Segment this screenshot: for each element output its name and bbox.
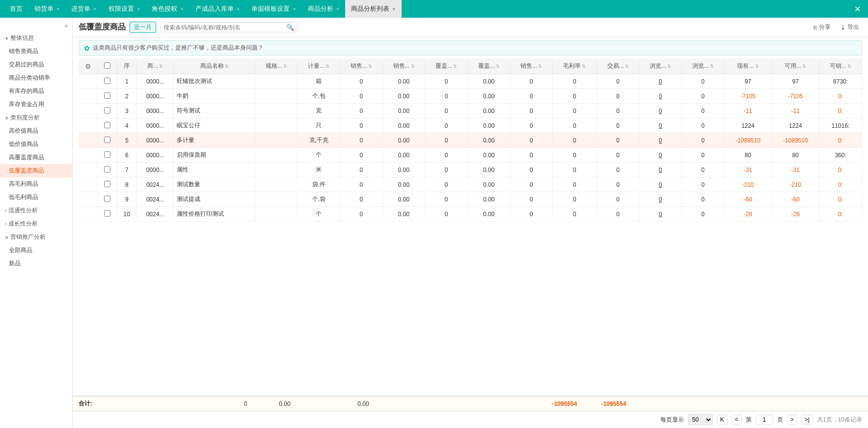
nav-tab-销货单[interactable]: 销货单× bbox=[28, 0, 65, 18]
nav-tab-close-icon[interactable]: × bbox=[56, 6, 59, 12]
column-header-name[interactable]: 商品名称⇅ bbox=[174, 58, 255, 74]
sidebar-item-全部商品[interactable]: 全部商品 bbox=[0, 244, 72, 257]
filter-period-button[interactable]: 近一月 bbox=[130, 22, 156, 33]
column-header-checkbox bbox=[98, 58, 117, 74]
row-checkbox[interactable] bbox=[104, 166, 110, 172]
window-close-button[interactable]: ✕ bbox=[850, 2, 864, 16]
search-box: 🔍 bbox=[160, 22, 298, 32]
sidebar-item-有库存的商品[interactable]: 有库存的商品 bbox=[0, 85, 72, 98]
total-available-stock: -1095554 bbox=[589, 400, 638, 407]
sidebar-section-流通性分析[interactable]: ›流通性分析 bbox=[0, 204, 72, 217]
table-row: 10000...旺辅批次测试箱00.0000.000000097978730: bbox=[79, 74, 862, 89]
column-header-gear[interactable]: ⚙ bbox=[79, 58, 98, 74]
last-page-button[interactable]: >| bbox=[801, 415, 813, 425]
nav-tab-close-icon[interactable]: × bbox=[237, 6, 240, 12]
column-header-current-stock[interactable]: 现有...⇅ bbox=[724, 58, 772, 74]
page-unit: 页 bbox=[777, 416, 783, 424]
sidebar-item-销售类商品[interactable]: 销售类商品 bbox=[0, 45, 72, 58]
current-page-input[interactable] bbox=[756, 415, 773, 425]
sidebar-section-成长性分析[interactable]: ›成长性分析 bbox=[0, 217, 72, 230]
column-header-coverage1[interactable]: 覆盖...⇅ bbox=[425, 58, 468, 74]
sidebar-item-高覆盖度商品[interactable]: 高覆盖度商品 bbox=[0, 151, 72, 164]
column-header-sales-qty[interactable]: 销售...⇅ bbox=[340, 58, 383, 74]
sidebar-item-低覆盖度商品[interactable]: 低覆盖度商品 bbox=[0, 164, 72, 177]
nav-tab-产成品入库单[interactable]: 产成品入库单× bbox=[190, 0, 245, 18]
sidebar-section-类别度分析[interactable]: ∨类别度分析 bbox=[0, 111, 72, 124]
row-checkbox[interactable] bbox=[104, 92, 110, 99]
totals-bar: 合计: 0 0.00 0.00 -1095554 -1095554 bbox=[73, 396, 868, 411]
row-checkbox[interactable] bbox=[104, 181, 110, 187]
row-checkbox[interactable] bbox=[104, 151, 110, 158]
column-header-spec[interactable]: 规格...⇅ bbox=[255, 58, 298, 74]
share-icon: ⎗ bbox=[814, 24, 817, 31]
top-navigation: 首页销货单×进货单×权限设置×角色授权×产成品入库单×单据模板设置×商品分析×商… bbox=[0, 0, 868, 18]
nav-tab-权限设置[interactable]: 权限设置× bbox=[103, 0, 146, 18]
total-records-info: 共1页，10条记录 bbox=[817, 416, 862, 424]
chevron-icon: ∨ bbox=[5, 115, 8, 120]
row-checkbox[interactable] bbox=[104, 78, 110, 84]
row-checkbox[interactable] bbox=[104, 122, 110, 128]
data-table: ⚙ 序 商...⇅ 商品名称⇅ 规格...⇅ 计量...⇅ 销售...⇅ 销售.… bbox=[79, 58, 862, 222]
prev-page-button[interactable]: < bbox=[732, 415, 742, 425]
row-checkbox[interactable] bbox=[104, 210, 110, 217]
sidebar-item-库存资金占用[interactable]: 库存资金占用 bbox=[0, 98, 72, 111]
column-header-saleable[interactable]: 可销...⇅ bbox=[819, 58, 862, 74]
column-header-unit[interactable]: 计量...⇅ bbox=[298, 58, 340, 74]
table-row: 70000...属性米00.0000.0000000-31-310: bbox=[79, 163, 862, 177]
nav-tab-close-icon[interactable]: × bbox=[336, 6, 339, 12]
table-row: 80024...测试数量袋,件00.0000.0000000-210-2100: bbox=[79, 177, 862, 192]
sidebar-item-低价值商品[interactable]: 低价值商品 bbox=[0, 138, 72, 151]
sidebar-item-商品分类动销率[interactable]: 商品分类动销率 bbox=[0, 71, 72, 85]
sidebar-section-整体信息[interactable]: ∨整体信息 bbox=[0, 31, 72, 45]
nav-tab-close-icon[interactable]: × bbox=[93, 6, 96, 12]
search-input[interactable] bbox=[163, 24, 286, 31]
share-button[interactable]: ⎗ 分享 bbox=[811, 22, 834, 33]
nav-tab-商品分析[interactable]: 商品分析× bbox=[302, 0, 345, 18]
column-header-sales-amount[interactable]: 销售...⇅ bbox=[382, 58, 425, 74]
table-row: 90024...测试提成个,袋00.0000.0000000-60-600: bbox=[79, 192, 862, 207]
column-header-coverage2[interactable]: 覆盖...⇅ bbox=[467, 58, 510, 74]
table-container: ⚙ 序 商...⇅ 商品名称⇅ 规格...⇅ 计量...⇅ 销售...⇅ 销售.… bbox=[73, 58, 868, 396]
page-label: 第 bbox=[746, 416, 752, 424]
export-button[interactable]: ⤓ 导出 bbox=[838, 22, 862, 33]
sidebar-item-新品[interactable]: 新品 bbox=[0, 257, 72, 270]
column-header-gross-margin[interactable]: 毛利率⇅ bbox=[553, 58, 597, 74]
total-coverage2: 0.00 bbox=[344, 400, 383, 407]
nav-tab-close-icon[interactable]: × bbox=[180, 6, 183, 12]
row-checkbox[interactable] bbox=[104, 107, 110, 114]
gear-settings-icon[interactable]: ⚙ bbox=[85, 62, 91, 70]
column-header-code[interactable]: 商...⇅ bbox=[136, 58, 174, 74]
chevron-icon: › bbox=[5, 208, 6, 213]
nav-tab-单据模板设置[interactable]: 单据模板设置× bbox=[245, 0, 301, 18]
nav-tab-商品分析列表[interactable]: 商品分析列表× bbox=[345, 0, 401, 18]
info-icon: ✿ bbox=[84, 44, 90, 52]
nav-tab-角色授权[interactable]: 角色授权× bbox=[146, 0, 189, 18]
column-header-browse1[interactable]: 浏览...⇅ bbox=[639, 58, 682, 74]
column-header-browse2[interactable]: 浏览...⇅ bbox=[681, 58, 724, 74]
column-header-sales3[interactable]: 销售...⇅ bbox=[510, 58, 553, 74]
sidebar-item-高毛利商品[interactable]: 高毛利商品 bbox=[0, 177, 72, 191]
total-sales-qty: 0 bbox=[226, 400, 265, 407]
nav-tab-首页[interactable]: 首页 bbox=[4, 0, 28, 18]
next-page-button[interactable]: > bbox=[787, 415, 797, 425]
sidebar-item-低毛利商品[interactable]: 低毛利商品 bbox=[0, 191, 72, 204]
nav-tab-close-icon[interactable]: × bbox=[137, 6, 140, 12]
column-header-transaction[interactable]: 交易...⇅ bbox=[597, 58, 639, 74]
nav-tab-close-icon[interactable]: × bbox=[293, 6, 296, 12]
nav-tab-进货单[interactable]: 进货单× bbox=[65, 0, 102, 18]
sidebar-section-营销推广分析[interactable]: ∨营销推广分析 bbox=[0, 230, 72, 244]
row-checkbox[interactable] bbox=[104, 196, 110, 202]
sidebar-item-高价值商品[interactable]: 高价值商品 bbox=[0, 124, 72, 138]
search-icon: 🔍 bbox=[286, 24, 294, 31]
row-checkbox[interactable] bbox=[104, 137, 110, 143]
select-all-checkbox[interactable] bbox=[104, 62, 110, 69]
nav-tab-close-icon[interactable]: × bbox=[392, 6, 395, 12]
export-icon: ⤓ bbox=[841, 24, 845, 31]
sidebar-item-交易过的商品[interactable]: 交易过的商品 bbox=[0, 58, 72, 71]
sidebar-collapse-button[interactable]: « bbox=[0, 20, 72, 31]
column-header-available-stock[interactable]: 可用...⇅ bbox=[772, 58, 819, 74]
table-row: 30000...符号测试克00.0000.0000000-11-110: bbox=[79, 104, 862, 118]
table-row: 20000...牛奶个,包00.0000.0000000-7105-71050: bbox=[79, 89, 862, 104]
page-size-select[interactable]: 50 100 200 bbox=[688, 414, 713, 425]
first-page-button[interactable]: K bbox=[717, 415, 728, 425]
